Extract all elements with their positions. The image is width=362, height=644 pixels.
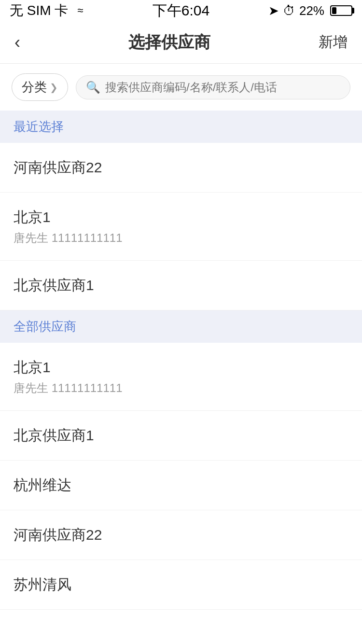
item-sub: 唐先生 11111111111 [14,380,348,396]
search-input[interactable] [105,81,340,94]
recent-section-label: 最近选择 [14,119,64,134]
item-name: 杭州维达 [14,475,348,495]
list-item[interactable]: 北京1 唐先生 11111111111 [0,193,362,261]
status-bar: 无 SIM 卡 ≈ 下午6:04 ➤ ⏱ 22% [0,0,362,21]
item-name: 北京1 [14,357,348,378]
location-icon: ➤ [268,3,279,18]
item-sub: 唐先生 11111111111 [14,230,348,246]
status-right: ➤ ⏱ 22% [268,3,352,18]
list-item[interactable]: 北京供应商1 [0,411,362,461]
wifi-icon: ≈ [72,4,83,17]
category-label: 分类 [22,79,47,96]
item-name: 北京供应商1 [14,275,348,295]
battery-percent: 22% [299,3,324,18]
search-icon: 🔍 [86,81,100,94]
list-item[interactable]: 河南供应商22 [0,143,362,193]
back-button[interactable]: ‹ [14,32,20,53]
list-item[interactable]: 河南供应商22 [0,510,362,560]
category-button[interactable]: 分类 ❯ [12,73,68,101]
status-left: 无 SIM 卡 ≈ [10,1,83,20]
all-section-label: 全部供应商 [14,319,76,334]
all-section-header: 全部供应商 [0,310,362,343]
add-button[interactable]: 新增 [319,32,348,52]
item-name: 北京供应商1 [14,425,348,446]
nav-bar: ‹ 选择供应商 新增 [0,21,362,64]
list-item[interactable]: 北京供应商1 [0,261,362,310]
all-items-list: 北京1 唐先生 11111111111 北京供应商1 杭州维达 河南供应商22 … [0,343,362,610]
item-name: 苏州清风 [14,574,348,595]
recent-section-header: 最近选择 [0,111,362,143]
list-item[interactable]: 苏州清风 [0,560,362,610]
sim-status: 无 SIM 卡 [10,1,68,20]
list-item[interactable]: 北京1 唐先生 11111111111 [0,343,362,411]
filter-bar: 分类 ❯ 🔍 [0,64,362,111]
recent-items-list: 河南供应商22 北京1 唐先生 11111111111 北京供应商1 [0,143,362,310]
page-title: 选择供应商 [128,31,210,54]
alarm-icon: ⏱ [283,3,295,18]
list-item[interactable]: 杭州维达 [0,461,362,510]
chevron-right-icon: ❯ [50,82,58,93]
battery-icon [330,5,352,16]
item-name: 北京1 [14,207,348,227]
item-name: 河南供应商22 [14,525,348,545]
search-box[interactable]: 🔍 [76,75,350,99]
status-time: 下午6:04 [153,1,209,21]
item-name: 河南供应商22 [14,157,348,178]
